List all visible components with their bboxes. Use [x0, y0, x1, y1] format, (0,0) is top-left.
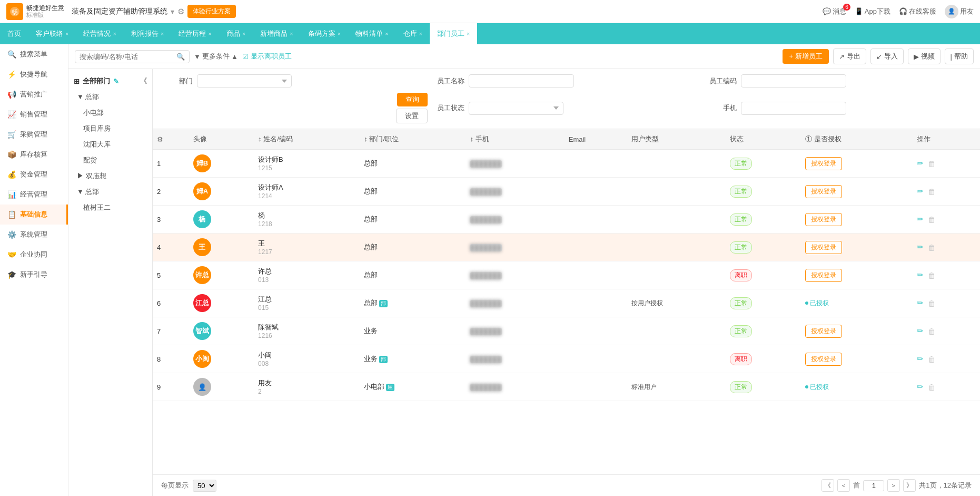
- dropdown-icon[interactable]: ▾: [171, 7, 174, 16]
- sidebar-item-企业协同[interactable]: 🤝企业协同: [0, 245, 68, 265]
- delete-icon[interactable]: 🗑: [928, 271, 936, 280]
- online-service-button[interactable]: 🎧 在线客服: [899, 7, 936, 16]
- search-input[interactable]: [80, 53, 174, 61]
- filter-dept-select[interactable]: [197, 74, 292, 87]
- name-col: ↕ 姓名/编码: [254, 129, 360, 150]
- nav-tab-物料清单[interactable]: 物料清单×: [348, 23, 395, 44]
- edit-icon[interactable]: ✏: [917, 159, 924, 168]
- edit-dept-icon[interactable]: ✎: [113, 77, 119, 85]
- phone-blurred: ███████: [470, 244, 502, 251]
- page-input[interactable]: [863, 480, 884, 491]
- app-download-button[interactable]: 📱 App下载: [855, 7, 890, 16]
- collapse-tree-icon[interactable]: 《: [140, 76, 147, 86]
- dept-node-项目库房[interactable]: 项目库房: [68, 121, 152, 137]
- close-tab-icon[interactable]: ×: [385, 31, 388, 37]
- close-tab-icon[interactable]: ×: [113, 31, 116, 37]
- show-resigned-toggle[interactable]: ☑ 显示离职员工: [242, 52, 292, 61]
- close-tab-icon[interactable]: ×: [338, 31, 341, 37]
- close-tab-icon[interactable]: ×: [65, 31, 68, 37]
- close-tab-icon[interactable]: ×: [467, 31, 470, 37]
- query-button[interactable]: 查询: [397, 93, 428, 106]
- edit-icon[interactable]: ✏: [917, 354, 924, 364]
- delete-icon[interactable]: 🗑: [928, 327, 936, 336]
- sidebar-item-搜索菜单[interactable]: 🔍搜索菜单: [0, 44, 68, 64]
- nav-tab-客户联络[interactable]: 客户联络×: [28, 23, 76, 44]
- nav-tab-首页[interactable]: 首页: [0, 23, 28, 44]
- nav-tab-利润报告[interactable]: 利润报告×: [124, 23, 171, 44]
- edit-icon[interactable]: ✏: [917, 326, 924, 336]
- sidebar-item-系统管理[interactable]: ⚙️系统管理: [0, 225, 68, 245]
- prev-page-button[interactable]: ＜: [837, 479, 850, 492]
- sidebar-item-采购管理[interactable]: 🛒采购管理: [0, 124, 68, 144]
- dept-node-配货[interactable]: 配货: [68, 152, 152, 168]
- delete-icon[interactable]: 🗑: [928, 243, 936, 252]
- sidebar-item-营销推广[interactable]: 📢营销推广: [0, 84, 68, 104]
- auth-button[interactable]: 授权登录: [805, 325, 842, 338]
- add-employee-button[interactable]: + 新增员工: [783, 49, 828, 64]
- view-button[interactable]: ▶ 视频: [908, 48, 941, 64]
- delete-icon[interactable]: 🗑: [928, 355, 936, 364]
- delete-icon[interactable]: 🗑: [928, 187, 936, 196]
- nav-tab-经营历程[interactable]: 经营历程×: [171, 23, 219, 44]
- dept-node-总部[interactable]: ▼ 总部: [68, 89, 152, 105]
- nav-tab-仓库[interactable]: 仓库×: [396, 23, 430, 44]
- next-page-button[interactable]: ＞: [887, 479, 900, 492]
- user-avatar[interactable]: 👤 用友: [945, 5, 974, 18]
- nav-tab-部门员工[interactable]: 部门员工×: [430, 23, 477, 44]
- trial-button[interactable]: 体验行业方案: [187, 5, 236, 18]
- auth-button[interactable]: 授权登录: [805, 185, 842, 198]
- gear-icon[interactable]: ⚙: [177, 7, 184, 16]
- dept-node-双庙想[interactable]: ▶ 双庙想: [68, 168, 152, 184]
- auth-button[interactable]: 授权登录: [805, 353, 842, 366]
- close-tab-icon[interactable]: ×: [419, 31, 422, 37]
- filter-phone-input[interactable]: [741, 102, 846, 115]
- set-button[interactable]: 设置: [396, 109, 428, 123]
- close-tab-icon[interactable]: ×: [290, 31, 293, 37]
- filter-status-select[interactable]: [469, 102, 563, 115]
- dept-node-沈阳大库[interactable]: 沈阳大库: [68, 137, 152, 152]
- nav-tab-商品[interactable]: 商品×: [219, 23, 253, 44]
- filter-name-input[interactable]: [469, 74, 574, 87]
- delete-icon[interactable]: 🗑: [928, 299, 936, 308]
- dept-node-总部[interactable]: ▼ 总部: [68, 184, 152, 200]
- per-page-select[interactable]: 50: [193, 480, 216, 492]
- close-tab-icon[interactable]: ×: [242, 31, 245, 37]
- dept-node-植树王二[interactable]: 植树王二: [68, 200, 152, 216]
- auth-button[interactable]: 授权登录: [805, 157, 842, 170]
- export-button[interactable]: ↗ 导出: [833, 48, 866, 64]
- auth-button[interactable]: 授权登录: [805, 241, 842, 254]
- first-page-button[interactable]: 《: [821, 479, 834, 492]
- import-button[interactable]: ↙ 导入: [870, 48, 904, 64]
- close-tab-icon[interactable]: ×: [161, 31, 164, 37]
- sidebar-item-销售管理[interactable]: 📈销售管理: [0, 104, 68, 124]
- delete-icon[interactable]: 🗑: [928, 159, 936, 168]
- more-conditions-button[interactable]: ▼ 更多条件 ▲: [194, 52, 238, 61]
- delete-icon[interactable]: 🗑: [928, 383, 936, 392]
- nav-tab-新增商品[interactable]: 新增商品×: [253, 23, 300, 44]
- edit-icon[interactable]: ✏: [917, 187, 924, 196]
- sidebar-item-新手引导[interactable]: 🎓新手引导: [0, 265, 68, 285]
- auth-button[interactable]: 授权登录: [805, 213, 842, 226]
- dept-node-小电部[interactable]: 小电部: [68, 105, 152, 121]
- nav-tab-条码方案[interactable]: 条码方案×: [301, 23, 348, 44]
- filter-code-input[interactable]: [741, 74, 846, 87]
- help-button[interactable]: | 帮助: [945, 48, 974, 64]
- sidebar-item-快捷导航[interactable]: ⚡快捷导航: [0, 64, 68, 84]
- close-tab-icon[interactable]: ×: [208, 31, 211, 37]
- message-button[interactable]: 💬 消息 6: [823, 7, 846, 16]
- edit-icon[interactable]: ✏: [917, 270, 924, 280]
- row-name: 王1217: [254, 234, 360, 261]
- edit-icon[interactable]: ✏: [917, 298, 924, 308]
- sidebar-item-经营管理[interactable]: 📊经营管理: [0, 184, 68, 205]
- sidebar-item-库存核算[interactable]: 📦库存核算: [0, 144, 68, 164]
- auth-button[interactable]: 授权登录: [805, 269, 842, 282]
- edit-icon[interactable]: ✏: [917, 215, 924, 224]
- edit-icon[interactable]: ✏: [917, 382, 924, 392]
- delete-icon[interactable]: 🗑: [928, 215, 936, 224]
- last-page-button[interactable]: 》: [903, 479, 916, 492]
- employee-name: 设计师A: [258, 183, 355, 192]
- edit-icon[interactable]: ✏: [917, 242, 924, 252]
- sidebar-item-资金管理[interactable]: 💰资金管理: [0, 164, 68, 184]
- sidebar-item-基础信息[interactable]: 📋基础信息: [0, 205, 68, 225]
- nav-tab-经营情况[interactable]: 经营情况×: [76, 23, 123, 44]
